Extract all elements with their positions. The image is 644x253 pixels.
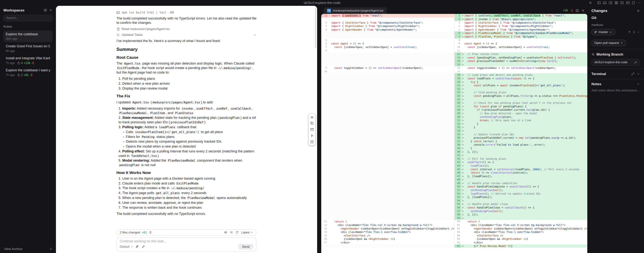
archive-button[interactable] xyxy=(44,8,47,12)
diff-code-line xyxy=(328,188,454,192)
panel-bottom-button[interactable] xyxy=(603,1,607,5)
file-tab[interactable]: TS /medusa/medusa/src/pages/Agent.tsx xyxy=(324,7,387,14)
x-button[interactable] xyxy=(581,9,585,12)
diff-code-line: + {/* Plan Review Modal */} xyxy=(461,244,588,248)
section-heading: Summary xyxy=(116,47,256,52)
panel-bottom-icon xyxy=(603,1,607,5)
diff-code-line xyxy=(328,122,454,126)
chevron-down-button[interactable] xyxy=(637,72,640,76)
rows-button[interactable] xyxy=(626,1,630,5)
copy-button[interactable] xyxy=(310,122,314,125)
titlebar: vk/3ccf-explore-the-code xyxy=(0,0,644,6)
diff-code-line: + const [pendingPlan, setPendingPlan] = … xyxy=(461,56,588,60)
chat-scroll-area[interactable]: npm run build 2>&1 | tail -80The build c… xyxy=(56,6,317,229)
list-button[interactable] xyxy=(230,231,233,234)
divider xyxy=(587,49,644,49)
mode-dropdown[interactable]: Default xyxy=(120,245,133,248)
window-button[interactable] xyxy=(310,128,314,132)
pause-button[interactable] xyxy=(588,1,592,5)
diff-code-line xyxy=(328,87,454,91)
diff-line-number: 62 xyxy=(454,227,461,230)
split-button[interactable] xyxy=(310,140,314,144)
branch-selector[interactable]: master xyxy=(592,29,615,36)
diff-row: 45+ const interval = setInterval(loadPla… xyxy=(321,168,588,171)
diff-line-number xyxy=(321,192,328,196)
list-item: 2. Claude enters plan mode and calls Exi… xyxy=(118,181,256,186)
branch-name: master xyxy=(598,30,608,34)
assistant-paragraph: The build completed successfully with no… xyxy=(116,212,256,216)
workspace-item[interactable]: Explore the codebase I want you to ex...… xyxy=(4,67,53,78)
tool-call-row[interactable]: Updated Todos xyxy=(116,33,256,37)
open-pr-button[interactable]: Open pull request xyxy=(592,40,626,46)
diff-code-line: + const pendingPlans = allPlans.filter(p… xyxy=(461,94,588,98)
diff-line-number: 57 xyxy=(454,210,461,213)
expand-chevron[interactable] xyxy=(253,33,257,37)
collapsed-row-stub[interactable] xyxy=(116,6,256,9)
working-branch-field[interactable]: vk/3ccf-explore-the-code xyxy=(592,59,640,66)
tool-call-row[interactable]: Read medusa/src/pages/Agent.tsx xyxy=(116,27,256,31)
eye-button[interactable] xyxy=(224,231,227,234)
notes-section[interactable]: Notes xyxy=(592,82,640,86)
more-options-button[interactable] xyxy=(637,30,640,34)
split-button[interactable] xyxy=(576,9,579,12)
diff-line-number xyxy=(321,94,328,98)
diff-row: 24+ const pendingPlans = allPlans.filter… xyxy=(321,94,588,98)
diff-code-line xyxy=(328,101,454,105)
more-icon xyxy=(637,30,640,34)
close-changes-button[interactable] xyxy=(637,9,640,12)
play-button[interactable] xyxy=(310,134,314,138)
send-button[interactable]: Send xyxy=(238,244,253,250)
layout-grid-button[interactable] xyxy=(614,1,618,5)
message-composer[interactable]: Default Send xyxy=(116,237,256,252)
search-input[interactable] xyxy=(4,15,53,22)
workspace-item[interactable]: Create Good First Issues on Github So ..… xyxy=(4,42,53,54)
plus-button[interactable] xyxy=(49,8,52,12)
terminal-section[interactable]: Terminal xyxy=(592,72,640,76)
paperclip-button[interactable] xyxy=(136,245,139,248)
columns-button[interactable] xyxy=(620,1,624,5)
additions-count: +61 xyxy=(142,231,147,234)
edit-branch-button[interactable] xyxy=(634,61,637,64)
refresh-button[interactable] xyxy=(236,231,239,234)
diff-line-number: 58 xyxy=(454,213,461,216)
diff-code-line: import { AgentHeader } from "@/component… xyxy=(328,28,454,32)
pencil-button[interactable] xyxy=(142,245,145,248)
diff-code-line xyxy=(328,94,454,98)
layout-grid-icon xyxy=(614,1,618,5)
version-dropdown[interactable]: Latest xyxy=(241,231,253,234)
diff-code-line: + xyxy=(461,154,588,157)
diff-line-number xyxy=(321,168,328,171)
diff-code-line: {sidebarOpen && <RightSidebar />} xyxy=(461,237,588,241)
diff-code-line xyxy=(328,206,454,210)
list-button[interactable] xyxy=(310,116,314,119)
view-archive-link[interactable]: View Archive xyxy=(4,247,22,251)
workspace-item[interactable]: Install and integrate Vibe Kanban Web...… xyxy=(4,55,53,66)
diff-line-number xyxy=(321,84,328,87)
diff-line-number: 40 xyxy=(454,150,461,154)
diff-line-number: 9 xyxy=(454,42,461,46)
diff-line-number: 13 xyxy=(454,56,461,60)
diff-code-line: const toggleSidebar = () => setSidebarOp… xyxy=(461,66,588,70)
panel-right-button[interactable] xyxy=(609,1,612,5)
chevron-down-icon xyxy=(253,33,257,37)
diff-code-line xyxy=(328,18,454,21)
message-input[interactable] xyxy=(120,239,253,243)
diff-editor[interactable]: 1-import { useState } from "react";1+imp… xyxy=(321,14,588,253)
workspaces-header: Workspaces xyxy=(4,8,53,12)
panel-left-button[interactable] xyxy=(597,1,601,5)
diff-code-line: +import { PlanItem, PlanStatus } from "@… xyxy=(461,35,588,38)
diff-row: 32+ } xyxy=(321,122,588,126)
scrollbar-thumb[interactable] xyxy=(315,8,316,48)
list-item: 1. Poll for pending plans xyxy=(118,76,256,81)
workspace-item[interactable]: Explore the codebase35m ago xyxy=(4,30,53,42)
more-button[interactable] xyxy=(638,1,641,5)
sidebar-footer: View Archive 0 xyxy=(4,246,53,252)
section-heading: The Fix xyxy=(116,94,256,98)
tool-call-row[interactable]: npm run build 2>&1 | tail -80 xyxy=(116,11,256,14)
notes-collapse-button[interactable] xyxy=(637,82,640,86)
changes-summary-bar[interactable]: 2 files changed +61 -3 Latest xyxy=(116,229,256,236)
expand-button[interactable] xyxy=(631,72,634,76)
maximize-button[interactable] xyxy=(632,1,635,5)
diff-line-number xyxy=(321,52,328,56)
workspace-time: 35m ago xyxy=(6,37,17,40)
